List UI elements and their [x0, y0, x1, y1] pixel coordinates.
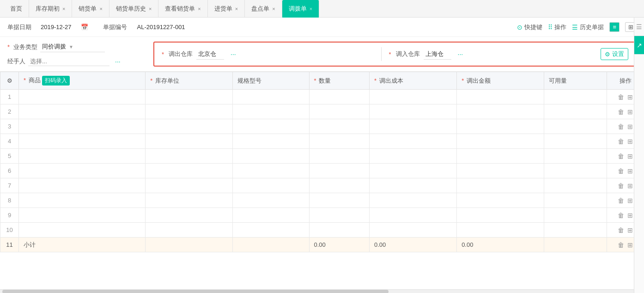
delete-icon[interactable]: 🗑 — [618, 241, 624, 249]
row-product-6[interactable] — [19, 164, 146, 178]
row-cost-7[interactable] — [369, 178, 456, 193]
tab-home[interactable]: 首页 — [4, 0, 29, 18]
row-delete-icon-8[interactable]: 🗑 — [618, 197, 624, 204]
scroll-thumb[interactable] — [2, 290, 389, 293]
row-amount-10[interactable] — [457, 223, 544, 238]
row-amount-3[interactable] — [457, 119, 544, 134]
calendar-icon[interactable]: 📅 — [81, 24, 88, 31]
row-delete-icon-2[interactable]: 🗑 — [618, 108, 624, 116]
row-qty-6[interactable] — [309, 164, 369, 178]
row-product-7[interactable] — [19, 178, 146, 193]
sidebar-expand-icon[interactable]: ↗ — [634, 36, 644, 55]
row-amount-4[interactable] — [457, 134, 544, 149]
row-cost-4[interactable] — [369, 134, 456, 149]
row-cost-1[interactable] — [369, 90, 456, 104]
row-product-4[interactable] — [19, 134, 146, 149]
row-amount-8[interactable] — [457, 193, 544, 208]
tab-view-sales[interactable]: 查看销货单 × — [158, 0, 207, 18]
tab-sales-history[interactable]: 销货单历史 × — [109, 0, 158, 18]
row-delete-icon-7[interactable]: 🗑 — [618, 182, 624, 189]
tab-purchase[interactable]: 进货单 × — [208, 0, 245, 18]
tab-inventory-init-close[interactable]: × — [62, 6, 65, 12]
row-copy-icon-6[interactable]: ⊞ — [627, 167, 633, 175]
handler-input[interactable] — [28, 57, 109, 66]
tab-transfer-close[interactable]: × — [310, 6, 312, 12]
row-qty-5[interactable] — [309, 149, 369, 164]
row-qty-4[interactable] — [309, 134, 369, 149]
sidebar-list-icon[interactable]: ☰ — [634, 18, 644, 36]
row-amount-2[interactable] — [457, 104, 544, 119]
row-copy-icon-2[interactable]: ⊞ — [627, 108, 633, 116]
row-qty-9[interactable] — [309, 208, 369, 223]
row-amount-5[interactable] — [457, 149, 544, 164]
row-amount-1[interactable] — [457, 90, 544, 104]
tab-inventory-close[interactable]: × — [272, 6, 275, 12]
row-unit-5[interactable] — [146, 149, 233, 164]
row-delete-icon-3[interactable]: 🗑 — [618, 123, 624, 130]
row-copy-icon-5[interactable]: ⊞ — [627, 153, 633, 160]
row-amount-7[interactable] — [457, 178, 544, 193]
row-product-5[interactable] — [19, 149, 146, 164]
tab-purchase-close[interactable]: × — [235, 6, 238, 12]
handler-more-icon[interactable]: ··· — [115, 58, 121, 65]
row-unit-4[interactable] — [146, 134, 233, 149]
row-unit-8[interactable] — [146, 193, 233, 208]
row-qty-3[interactable] — [309, 119, 369, 134]
row-copy-icon-4[interactable]: ⊞ — [627, 138, 633, 145]
th-settings[interactable]: ⚙ — [0, 72, 19, 90]
row-unit-6[interactable] — [146, 164, 233, 178]
warehouse-in-value[interactable]: 上海仓 — [424, 49, 451, 60]
row-cost-9[interactable] — [369, 208, 456, 223]
row-cost-8[interactable] — [369, 193, 456, 208]
row-copy-icon-9[interactable]: ⊞ — [627, 212, 633, 219]
row-spec-8[interactable] — [233, 193, 309, 208]
row-qty-10[interactable] — [309, 223, 369, 238]
tab-transfer[interactable]: 调拨单 × — [282, 0, 319, 18]
row-product-9[interactable] — [19, 208, 146, 223]
row-product-10[interactable] — [19, 223, 146, 238]
row-spec-2[interactable] — [233, 104, 309, 119]
row-unit-9[interactable] — [146, 208, 233, 223]
row-delete-icon-9[interactable]: 🗑 — [618, 212, 624, 219]
row-cost-10[interactable] — [369, 223, 456, 238]
row-delete-icon-6[interactable]: 🗑 — [618, 167, 624, 175]
view-list-button[interactable]: ≡ — [609, 22, 620, 32]
row-cost-5[interactable] — [369, 149, 456, 164]
row-spec-5[interactable] — [233, 149, 309, 164]
row-qty-7[interactable] — [309, 178, 369, 193]
row-delete-icon-5[interactable]: 🗑 — [618, 153, 624, 160]
row-copy-icon-10[interactable]: ⊞ — [627, 226, 633, 234]
biz-type-select[interactable]: 同价调拨 ▼ — [40, 42, 105, 52]
row-product-2[interactable] — [19, 104, 146, 119]
row-copy-icon-8[interactable]: ⊞ — [627, 197, 633, 204]
row-amount-9[interactable] — [457, 208, 544, 223]
warehouse-out-value[interactable]: 北京仓 — [196, 49, 224, 60]
tab-sales-order[interactable]: 销货单 × — [72, 0, 109, 18]
row-spec-4[interactable] — [233, 134, 309, 149]
row-spec-3[interactable] — [233, 119, 309, 134]
tab-sales-history-close[interactable]: × — [149, 6, 152, 12]
row-spec-6[interactable] — [233, 164, 309, 178]
row-spec-9[interactable] — [233, 208, 309, 223]
row-copy-icon-3[interactable]: ⊞ — [627, 123, 633, 130]
tab-inventory-init[interactable]: 库存期初 × — [29, 0, 72, 18]
row-spec-1[interactable] — [233, 90, 309, 104]
copy-icon[interactable]: ⊞ — [627, 241, 633, 249]
warehouse-out-more-icon[interactable]: ··· — [231, 50, 236, 58]
tab-inventory[interactable]: 盘点单 × — [245, 0, 282, 18]
row-cost-6[interactable] — [369, 164, 456, 178]
row-spec-7[interactable] — [233, 178, 309, 193]
row-delete-icon-10[interactable]: 🗑 — [618, 226, 624, 234]
row-amount-6[interactable] — [457, 164, 544, 178]
row-qty-1[interactable] — [309, 90, 369, 104]
row-qty-8[interactable] — [309, 193, 369, 208]
row-qty-2[interactable] — [309, 104, 369, 119]
ops-button[interactable]: ⠿ 操作 — [548, 23, 566, 31]
settings-gear-icon[interactable]: ⚙ — [7, 77, 12, 84]
row-delete-icon-4[interactable]: 🗑 — [618, 138, 624, 145]
history-button[interactable]: ☰ 历史单据 — [572, 23, 604, 31]
row-product-1[interactable] — [19, 90, 146, 104]
row-unit-1[interactable] — [146, 90, 233, 104]
row-unit-10[interactable] — [146, 223, 233, 238]
row-product-3[interactable] — [19, 119, 146, 134]
